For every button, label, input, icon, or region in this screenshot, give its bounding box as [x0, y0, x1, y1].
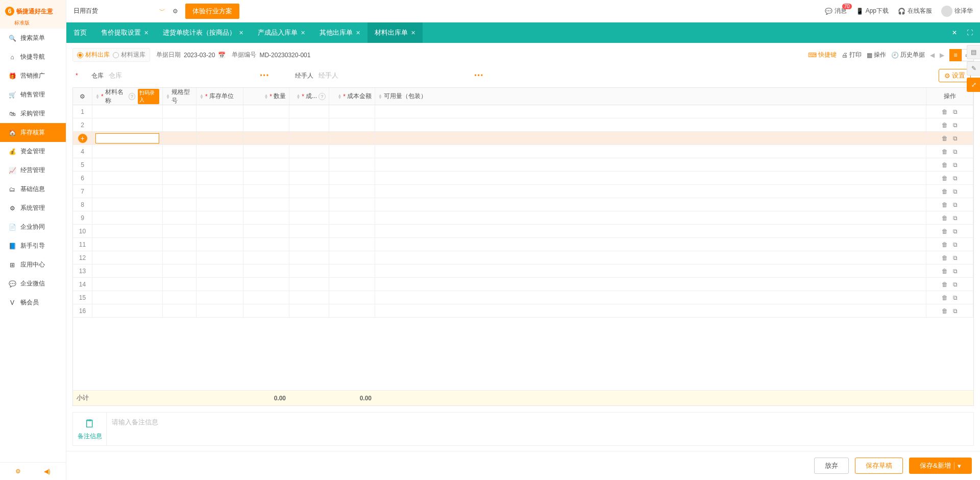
copy-icon[interactable]: ⧉ [953, 201, 958, 208]
remark-input[interactable] [107, 413, 973, 445]
table-row[interactable]: 9🗑⧉ [73, 211, 973, 225]
nav-item[interactable]: ⚙系统管理 [0, 199, 66, 218]
radio-material-out[interactable]: 材料出库 [77, 51, 110, 59]
copy-icon[interactable]: ⧉ [953, 135, 958, 142]
category-dropdown[interactable]: 日用百货 ﹀ [74, 7, 165, 15]
col-cost[interactable]: ▲▼ * 成... ? [289, 88, 329, 105]
delete-icon[interactable]: 🗑 [942, 201, 948, 208]
next-icon[interactable]: ▶ [940, 52, 944, 59]
table-row[interactable]: 5🗑⧉ [73, 158, 973, 172]
messages-link[interactable]: 💬 消息 70 [825, 7, 847, 15]
table-row[interactable]: 2🗑⧉ [73, 118, 973, 132]
warehouse-input[interactable] [108, 69, 240, 82]
prev-icon[interactable]: ◀ [930, 52, 935, 59]
col-available[interactable]: ▲▼ 可用量（包装） [375, 88, 926, 105]
nav-item[interactable]: ⊞应用中心 [0, 255, 66, 274]
tab-expand-button[interactable]: ⛶ [963, 26, 977, 40]
col-config[interactable]: ⚙ [73, 88, 92, 105]
handler-field[interactable]: 经手人 ••• [290, 69, 484, 82]
delete-icon[interactable]: 🗑 [942, 135, 948, 142]
rail-button-3[interactable]: ⤢ [967, 78, 980, 92]
delete-icon[interactable]: 🗑 [942, 281, 948, 288]
nav-item[interactable]: 🗂基础信息 [0, 180, 66, 199]
save-new-button[interactable]: 保存&新增 ▾ [909, 458, 972, 474]
doc-date[interactable]: 单据日期 2023-03-20 📅 [156, 51, 226, 59]
delete-icon[interactable]: 🗑 [942, 122, 948, 129]
table-row[interactable]: 16🗑⧉ [73, 304, 973, 318]
copy-icon[interactable]: ⧉ [953, 254, 958, 261]
col-qty[interactable]: ▲▼ * 数量 [243, 88, 289, 105]
table-row[interactable]: 11🗑⧉ [73, 238, 973, 251]
tab[interactable]: 售价提取设置✕ [94, 22, 156, 43]
delete-icon[interactable]: 🗑 [942, 188, 948, 195]
tab[interactable]: 产成品入库单✕ [251, 22, 312, 43]
settings-icon[interactable]: ⚙ [15, 468, 21, 475]
tab[interactable]: 首页 [66, 22, 94, 43]
delete-icon[interactable]: 🗑 [942, 148, 948, 155]
delete-icon[interactable]: 🗑 [942, 214, 948, 222]
copy-icon[interactable]: ⧉ [953, 228, 958, 235]
copy-icon[interactable]: ⧉ [953, 161, 958, 169]
copy-icon[interactable]: ⧉ [953, 108, 958, 115]
nav-item[interactable]: 🔍搜索菜单 [0, 29, 66, 47]
copy-icon[interactable]: ⧉ [953, 294, 958, 301]
table-row[interactable]: 14🗑⧉ [73, 278, 973, 291]
tab-close-button[interactable]: ✕ [947, 26, 962, 40]
nav-item[interactable]: 📄企业协同 [0, 218, 66, 236]
discard-button[interactable]: 放弃 [814, 458, 849, 474]
copy-icon[interactable]: ⧉ [953, 241, 958, 248]
copy-icon[interactable]: ⧉ [953, 281, 958, 288]
history-button[interactable]: 🕘历史单据 [891, 51, 925, 59]
col-spec[interactable]: ▲▼ 规格型号 [163, 88, 197, 105]
delete-icon[interactable]: 🗑 [942, 175, 948, 182]
nav-item[interactable]: 🛒销售管理 [0, 85, 66, 104]
copy-icon[interactable]: ⧉ [953, 148, 958, 155]
copy-icon[interactable]: ⧉ [953, 268, 958, 275]
nav-item[interactable]: V畅会员 [0, 293, 66, 312]
delete-icon[interactable]: 🗑 [942, 161, 948, 169]
close-icon[interactable]: ✕ [144, 30, 149, 36]
copy-icon[interactable]: ⧉ [953, 188, 958, 195]
nav-item[interactable]: 🎁营销推广 [0, 66, 66, 85]
collapse-icon[interactable]: ◀) [44, 468, 51, 475]
table-row[interactable]: 7🗑⧉ [73, 185, 973, 198]
nav-item[interactable]: 📘新手引导 [0, 236, 66, 255]
table-row[interactable]: 1🗑⧉ [73, 105, 973, 118]
scan-tag[interactable]: 扫码录入 [138, 89, 159, 104]
help-icon[interactable]: ? [318, 93, 326, 100]
col-unit[interactable]: ▲▼ * 库存单位 [197, 88, 243, 105]
warehouse-field[interactable]: * 仓库 ••• [76, 69, 270, 82]
delete-icon[interactable]: 🗑 [942, 307, 948, 315]
view-list-button[interactable]: ≡ [949, 49, 962, 61]
close-icon[interactable]: ✕ [301, 30, 305, 36]
table-row[interactable]: 6🗑⧉ [73, 172, 973, 185]
hotkey-button[interactable]: ⌨快捷键 [808, 51, 837, 59]
tab[interactable]: 进货单统计表（按商品）✕ [156, 22, 251, 43]
radio-material-return[interactable]: 材料退库 [113, 51, 145, 59]
settings-button[interactable]: ⚙设置 [939, 69, 971, 82]
delete-icon[interactable]: 🗑 [942, 228, 948, 235]
delete-icon[interactable]: 🗑 [942, 254, 948, 261]
delete-icon[interactable]: 🗑 [942, 294, 948, 301]
table-row[interactable]: +🗑⧉ [73, 132, 973, 145]
rail-button-2[interactable]: ✎ [967, 61, 980, 76]
save-draft-button[interactable]: 保存草稿 [855, 458, 903, 474]
copy-icon[interactable]: ⧉ [953, 307, 958, 315]
handler-picker-icon[interactable]: ••• [474, 72, 484, 79]
table-row[interactable]: 4🗑⧉ [73, 145, 973, 158]
delete-icon[interactable]: 🗑 [942, 268, 948, 275]
table-row[interactable]: 12🗑⧉ [73, 251, 973, 265]
cta-button[interactable]: 体验行业方案 [185, 4, 239, 19]
tab[interactable]: 其他出库单✕ [312, 22, 368, 43]
col-material-name[interactable]: ▲▼ * 材料名称 ? 扫码录入 [92, 88, 163, 105]
nav-item[interactable]: 🛍采购管理 [0, 104, 66, 123]
nav-item[interactable]: 📈经营管理 [0, 161, 66, 180]
warehouse-picker-icon[interactable]: ••• [260, 72, 270, 79]
close-icon[interactable]: ✕ [411, 30, 415, 36]
col-amount[interactable]: ▲▼ * 成本金额 [329, 88, 375, 105]
support-link[interactable]: 🎧 在线客服 [898, 7, 932, 15]
user-menu[interactable]: 徐泽华 [941, 6, 973, 17]
table-row[interactable]: 10🗑⧉ [73, 225, 973, 238]
delete-icon[interactable]: 🗑 [942, 108, 948, 115]
delete-icon[interactable]: 🗑 [942, 241, 948, 248]
